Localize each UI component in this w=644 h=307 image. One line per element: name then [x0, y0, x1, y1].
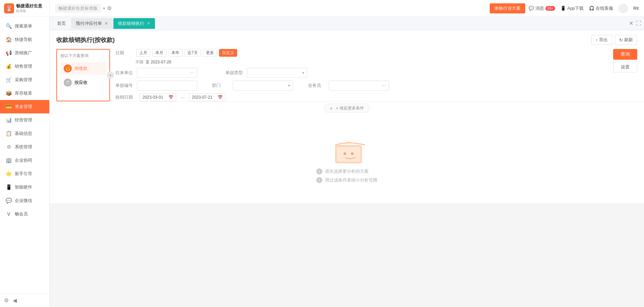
logo-main: 畅捷通好生意: [16, 3, 42, 9]
step1-num: 1: [316, 168, 322, 174]
date-range-separator: —: [180, 95, 185, 100]
calendar-end-icon: 📅: [218, 95, 223, 100]
query-btn[interactable]: 查询: [613, 49, 637, 60]
date-this-year-btn[interactable]: 本年: [168, 49, 182, 57]
sales-label: 销售管理: [15, 63, 32, 69]
sidebar-bottom: ⚙ ◀: [0, 294, 49, 307]
member-label: 畅会员: [15, 211, 28, 217]
sidebar-item-sales[interactable]: 💰 销售管理: [0, 60, 49, 73]
staff-select[interactable]: ···: [329, 81, 389, 91]
doc-no-input[interactable]: [137, 81, 197, 91]
step2-num: 2: [316, 177, 322, 183]
svg-rect-1: [337, 147, 360, 162]
svg-point-2: [343, 152, 346, 155]
date-custom-btn[interactable]: 自定义: [219, 49, 237, 57]
inventory-icon: 📦: [5, 90, 12, 97]
date-no-limit: 不限: [136, 59, 144, 65]
sidebar-item-inventory[interactable]: 📦 库存核算: [0, 87, 49, 100]
tab-collection-close-icon[interactable]: ✕: [147, 21, 150, 26]
tab-prepay-close-icon[interactable]: ✕: [105, 21, 108, 26]
department-select[interactable]: ▾: [233, 81, 293, 91]
newbie-label: 新手引导: [15, 171, 32, 177]
tab-close-all-icon[interactable]: ✕: [629, 20, 633, 27]
search-menu-icon: 🔍: [5, 23, 12, 30]
sidebar-item-finance[interactable]: 💳 资金管理: [0, 100, 49, 113]
refresh-icon: ↻: [619, 38, 623, 43]
tab-bar: 首页 预付冲应付单 ✕ 收款核销执行 ✕ ✕ ⛶: [50, 17, 644, 30]
sidebar-item-system[interactable]: ⚙ 系统管理: [0, 140, 49, 154]
writeoff-date-label: 核销日期: [115, 94, 136, 100]
query-type-panel: 按以下方案查询 💰 按收款 ⏱ 按应收 »: [56, 49, 110, 101]
message-icon: 💬: [529, 6, 534, 11]
enterprise-label: 企业协同: [15, 157, 32, 163]
sidebar-item-quick-nav[interactable]: 🏠 快捷导航: [0, 33, 49, 46]
department-label: 部门: [212, 83, 229, 89]
topbar-brand: 畅捷通好生意标准版 ▾ ⚙: [55, 4, 486, 13]
sidebar-item-management[interactable]: 📊 经营管理: [0, 113, 49, 127]
wechat-icon: 💬: [5, 197, 12, 204]
partner-select[interactable]: ···: [137, 68, 197, 78]
sidebar-item-marketing[interactable]: 📢 营销推广: [0, 46, 49, 60]
empty-state: 1 请先选择要分析的方案 2 用过滤条件来缩小分析范围: [50, 115, 644, 203]
collapse-query-panel-btn[interactable]: »: [107, 71, 114, 79]
gear-icon[interactable]: ⚙: [107, 5, 112, 11]
chevron-down-icon[interactable]: ▾: [103, 6, 105, 11]
tab-expand-icon[interactable]: ⛶: [636, 20, 641, 27]
system-label: 系统管理: [15, 144, 32, 150]
service-item[interactable]: 🎧 在线客服: [589, 5, 613, 11]
writeoff-start-input[interactable]: 2023-03-01 📅: [140, 93, 176, 101]
empty-hint-1: 1 请先选择要分析的方案: [316, 168, 377, 174]
collapse-more-btn[interactable]: ∧ ∧ 收起更多条件: [324, 104, 370, 113]
sidebar-item-hardware[interactable]: 📱 智能硬件: [0, 181, 49, 194]
date-this-month-btn[interactable]: 本月: [152, 49, 166, 57]
sidebar-item-member[interactable]: V 畅会员: [0, 207, 49, 221]
tab-collection[interactable]: 收款核销执行 ✕: [113, 18, 155, 29]
sidebar-item-wechat[interactable]: 💬 企业微信: [0, 194, 49, 207]
tab-prepay[interactable]: 预付冲应付单 ✕: [71, 18, 113, 29]
app-label: App下载: [567, 5, 584, 11]
by-receipt-icon: 💰: [64, 64, 72, 72]
sidebar-item-basic-info[interactable]: 📋 基础信息: [0, 127, 49, 140]
tab-home[interactable]: 首页: [52, 18, 70, 29]
date-prev-month-btn[interactable]: 上月: [136, 49, 150, 57]
doc-type-select[interactable]: ▾: [247, 68, 307, 78]
tab-collection-label: 收款核销执行: [118, 20, 144, 27]
export-btn[interactable]: ↑ 导出: [591, 35, 612, 45]
message-badge: 99+: [545, 6, 555, 11]
app-icon: 📱: [560, 6, 566, 11]
sidebar-item-search-menu[interactable]: 🔍 搜索菜单: [0, 19, 49, 33]
doc-no-label: 单据编号: [115, 83, 133, 89]
department-arrow-icon: ▾: [288, 83, 290, 88]
message-item[interactable]: 💬 消息 99+: [529, 5, 555, 11]
query-option-by-receivable[interactable]: ⏱ 按应收: [60, 76, 106, 89]
calendar-start-icon: 📅: [168, 95, 173, 100]
by-receivable-icon: ⏱: [64, 79, 72, 87]
collapse-sidebar-icon[interactable]: ◀: [13, 297, 17, 304]
logo-area: 🐰 畅捷通好生意 标准版: [0, 0, 49, 17]
marketing-icon: 📢: [5, 50, 12, 56]
sidebar-item-enterprise[interactable]: 🏢 企业协同: [0, 154, 49, 167]
app-download-item[interactable]: 📱 App下载: [560, 5, 584, 11]
query-option-by-receipt[interactable]: 💰 按收款: [60, 62, 106, 75]
finance-label: 资金管理: [15, 104, 32, 110]
writeoff-end-input[interactable]: 2023-07-21 📅: [189, 93, 226, 101]
refresh-btn[interactable]: ↻ 刷新: [615, 35, 637, 45]
industry-btn[interactable]: 体验行业方案: [490, 3, 525, 13]
sidebar-item-newbie[interactable]: 🌟 新手引导: [0, 167, 49, 181]
filter-area: 日期 上月 本月 本年 近7天 更多 自定义 不限: [115, 49, 637, 101]
settings-btn[interactable]: 设置: [613, 62, 637, 72]
settings-bottom-icon[interactable]: ⚙: [4, 297, 9, 304]
search-menu-label: 搜索菜单: [15, 23, 32, 29]
tab-bar-right: ✕ ⛶: [629, 20, 641, 27]
collapse-up-icon: ∧: [330, 106, 333, 111]
inventory-label: 库存核算: [15, 90, 32, 96]
doc-type-label: 单据类型: [225, 70, 243, 76]
svg-point-3: [351, 152, 354, 155]
user-avatar[interactable]: [619, 4, 628, 13]
user-name: Rit: [633, 6, 639, 11]
date-more-btn[interactable]: 更多: [203, 49, 217, 57]
partner-dots-icon: ···: [190, 70, 194, 76]
sidebar-item-purchase[interactable]: 🛒 采购管理: [0, 73, 49, 87]
finance-icon: 💳: [5, 103, 12, 110]
date-last7-btn[interactable]: 近7天: [184, 49, 201, 57]
